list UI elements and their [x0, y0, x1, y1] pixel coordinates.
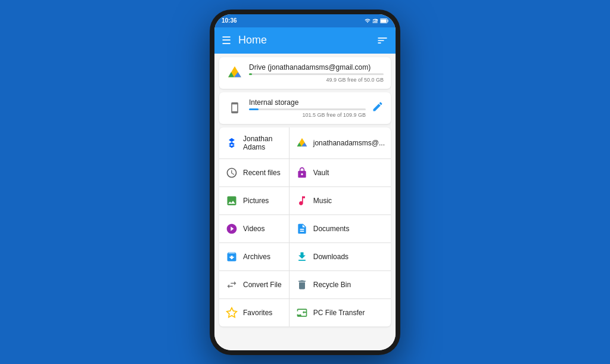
documents-label: Documents — [313, 225, 350, 233]
jonathan-adams-label: Jonathan Adams — [243, 135, 283, 151]
menu-icon[interactable]: ☰ — [222, 34, 231, 47]
downloads-label: Downloads — [313, 253, 348, 261]
svg-rect-6 — [381, 19, 387, 22]
video-icon — [225, 222, 238, 235]
archive-icon — [225, 250, 238, 263]
pc-file-transfer-label: PC File Transfer — [313, 309, 365, 317]
drive-storage-sub: 49.9 GB free of 50.0 GB — [249, 77, 384, 83]
grid-section: Jonathan Adams jonathanadamsms@... — [219, 127, 391, 326]
drive-icon — [226, 64, 243, 81]
recycle-bin-label: Recycle Bin — [313, 281, 351, 289]
grid-item-jonathan-adams[interactable]: Jonathan Adams — [219, 127, 289, 158]
phone-frame: 10:36 ☰ — [210, 10, 400, 355]
svg-rect-2 — [375, 20, 376, 23]
transfer-icon — [295, 306, 309, 319]
grid-item-documents[interactable]: Documents — [290, 215, 391, 242]
svg-rect-0 — [373, 21, 374, 23]
wifi-icon — [365, 18, 371, 24]
grid-item-vault[interactable]: Vault — [290, 159, 391, 186]
internal-storage-card[interactable]: Internal storage 101.5 GB free of 109.9 … — [219, 92, 391, 124]
grid-item-videos[interactable]: Videos — [219, 215, 289, 242]
edit-icon[interactable] — [372, 101, 384, 115]
status-bar: 10:36 — [214, 14, 396, 27]
drive-storage-info: Drive (jonathanadamsms@gmail.com) 49.9 G… — [249, 63, 384, 83]
internal-storage-info: Internal storage 101.5 GB free of 109.9 … — [249, 98, 366, 118]
grid-item-pictures[interactable]: Pictures — [219, 187, 289, 214]
dropbox-icon — [225, 136, 238, 150]
trash-icon — [295, 278, 309, 291]
svg-rect-3 — [376, 19, 377, 23]
archives-label: Archives — [243, 253, 270, 261]
videos-label: Videos — [243, 225, 264, 233]
status-icons — [365, 18, 388, 24]
grid-item-pc-file-transfer[interactable]: PC File Transfer — [290, 299, 391, 326]
music-label: Music — [313, 197, 332, 205]
grid-item-google-drive[interactable]: jonathanadamsms@... — [290, 127, 391, 158]
clock-icon — [225, 166, 238, 179]
pictures-label: Pictures — [243, 197, 269, 205]
image-icon — [225, 194, 238, 207]
drive-storage-title: Drive (jonathanadamsms@gmail.com) — [249, 63, 384, 71]
convert-icon — [225, 278, 238, 291]
music-icon — [295, 194, 309, 207]
svg-rect-5 — [388, 20, 388, 22]
drive-storage-card[interactable]: Drive (jonathanadamsms@gmail.com) 49.9 G… — [219, 57, 391, 89]
convert-file-label: Convert File — [243, 281, 282, 289]
app-bar: ☰ Home — [214, 27, 396, 54]
drive-progress-bar — [249, 73, 252, 75]
google-drive-icon — [295, 136, 309, 150]
grid-item-convert-file[interactable]: Convert File — [219, 271, 289, 298]
document-icon — [295, 222, 309, 235]
status-time: 10:36 — [222, 17, 237, 24]
vault-label: Vault — [313, 169, 329, 177]
recent-files-label: Recent files — [243, 169, 281, 177]
grid-item-recycle-bin[interactable]: Recycle Bin — [290, 271, 391, 298]
grid-item-recent-files[interactable]: Recent files — [219, 159, 289, 186]
star-icon — [225, 306, 238, 319]
vault-icon — [295, 166, 309, 179]
phone-icon — [226, 99, 243, 116]
phone-screen: 10:36 ☰ — [214, 14, 396, 350]
grid-item-archives[interactable]: Archives — [219, 243, 289, 270]
signal-icon — [372, 18, 378, 24]
internal-storage-title: Internal storage — [249, 98, 366, 107]
google-drive-label: jonathanadamsms@... — [313, 139, 385, 147]
favorites-label: Favorites — [243, 309, 272, 317]
grid-item-music[interactable]: Music — [290, 187, 391, 214]
internal-progress-bar — [249, 108, 259, 110]
page-title: Home — [238, 34, 369, 46]
download-icon — [295, 250, 309, 263]
grid-item-favorites[interactable]: Favorites — [219, 299, 289, 326]
battery-icon — [380, 18, 388, 24]
svg-rect-1 — [374, 20, 375, 23]
filter-icon[interactable] — [376, 35, 388, 46]
internal-storage-sub: 101.5 GB free of 109.9 GB — [249, 112, 366, 118]
content-area: Drive (jonathanadamsms@gmail.com) 49.9 G… — [214, 54, 396, 350]
grid-item-downloads[interactable]: Downloads — [290, 243, 391, 270]
